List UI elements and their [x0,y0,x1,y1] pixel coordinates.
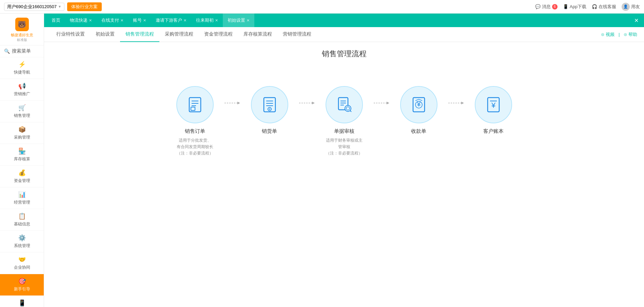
user-selector[interactable]: 用户690企业1660120507 ▼ [4,3,64,11]
experience-button[interactable]: 体验行业方案 [67,2,102,11]
sidebar-logo: 🐻 畅捷通好生意 标准版 [0,14,44,45]
sidebar-item-basic[interactable]: 📋 基础信息 [0,209,44,231]
flow-circle-customer-ledger: ¥ [475,86,512,123]
tab-industry[interactable]: 行业特性设置 [51,27,90,42]
inventory-icon: 🏪 [18,147,26,155]
message-badge: 6 [552,4,558,9]
tab-finance-flow-label: 资金管理流程 [204,31,233,37]
nav-close-icon[interactable]: ✕ [215,18,218,23]
user-label: 用户690企业1660120507 [7,4,57,10]
sidebar-item-finance[interactable]: 💰 资金管理 [0,166,44,187]
search-label: 搜索菜单 [12,48,31,54]
sidebar-item-sales[interactable]: 🛒 销售管理 [0,101,44,122]
nav-home-label: 首页 [52,17,60,23]
avatar: 👤 [622,3,630,11]
nav-payment-label: 在线支付 [101,17,119,23]
message-button[interactable]: 💬 消息 6 [535,4,558,10]
tab-industry-label: 行业特性设置 [56,31,85,37]
sidebar-item-app-center[interactable]: 📱 应用中心 [0,296,44,307]
service-button[interactable]: 🎧 在线客服 [592,4,616,10]
service-label: 在线客服 [599,4,616,10]
nav-close-icon[interactable]: ✕ [247,18,250,23]
nav-close-icon[interactable]: ✕ [183,18,187,23]
finance-icon: 💰 [18,169,26,177]
basic-icon: 📋 [18,212,26,220]
video-button[interactable]: ⊙ 视频 [601,32,614,38]
nav-item-init[interactable]: 初始设置 ✕ [223,14,254,27]
svg-marker-24 [387,102,389,104]
nav-global-close[interactable]: ✕ [631,17,641,24]
sidebar-item-label: 基础信息 [14,221,30,227]
nav-logistics-label: 物流快递 [70,17,87,23]
page-content: 销售管理流程 销售订单 适用于分批发货、有合同 [44,42,644,307]
sidebar-item-operations[interactable]: 📊 经营管理 [0,187,44,209]
flow-step-sales-invoice: 销货单 [242,86,297,137]
flow-label-receipt: 收款单 [411,128,426,135]
nav-item-account[interactable]: 账号 ✕ [128,14,151,27]
collab-icon: 🤝 [18,256,26,263]
nav-item-home[interactable]: 首页 [47,14,65,27]
tab-init-label: 初始设置 [96,31,115,37]
message-label: 消息 [542,4,551,10]
flow-label-sales-order: 销售订单 [185,128,205,135]
nav-close-icon[interactable]: ✕ [120,18,123,23]
svg-rect-4 [191,107,195,110]
main-layout: 🐻 畅捷通好生意 标准版 🔍 搜索菜单 ⚡ 快捷导航 📢 营销推广 🛒 销售管理… [0,14,644,307]
sidebar-item-label: 采购管理 [14,135,30,140]
sidebar-item-marketing[interactable]: 📢 营销推广 [0,79,44,101]
nav-item-invite[interactable]: 邀请下游客户 ✕ [151,14,191,27]
flow-desc-sales-order: 适用于分批发货、有合同发货周期较长（注：非必要流程） [177,137,213,157]
marketing-icon: 📢 [18,82,26,90]
sidebar-item-inventory[interactable]: 🏪 库存核算 [0,144,44,166]
tab-inventory-flow-label: 库存核算流程 [243,31,272,37]
tab-sales-flow[interactable]: 销售管理流程 [120,27,159,42]
flow-circle-audit [326,86,363,123]
tab-sales-flow-label: 销售管理流程 [125,31,154,37]
tab-purchase-flow-label: 采购管理流程 [165,31,193,37]
nav-close-icon[interactable]: ✕ [143,18,146,23]
tab-inventory-flow[interactable]: 库存核算流程 [238,27,277,42]
flow-step-sales-order: 销售订单 适用于分批发货、有合同发货周期较长（注：非必要流程） [168,86,222,157]
nav-account-label: 账号 [133,17,142,23]
sidebar-item-system[interactable]: ⚙️ 系统管理 [0,231,44,252]
sidebar-item-purchase[interactable]: 📦 采购管理 [0,122,44,144]
logo-sub: 标准版 [17,38,27,42]
flow-label-audit: 单据审核 [334,128,354,135]
flow-step-customer-ledger: ¥ 客户账本 [466,86,521,137]
service-icon: 🎧 [592,4,597,9]
svg-marker-15 [312,102,315,104]
flow-label-customer-ledger: 客户账本 [483,128,504,135]
sidebar-item-collab[interactable]: 🤝 企业协同 [0,252,44,274]
sidebar-item-label: 快捷导航 [14,69,30,75]
nav-item-period[interactable]: 往来期初 ✕ [191,14,223,27]
tab-init[interactable]: 初始设置 [90,27,120,42]
tab-finance-flow[interactable]: 资金管理流程 [199,27,238,42]
flow-label-sales-invoice: 销货单 [262,128,277,135]
logo-text: 畅捷通好生意 [11,33,33,38]
user-avatar-area[interactable]: 👤 用友 [622,3,640,11]
nav-close-icon[interactable]: ✕ [89,18,92,23]
nav-item-logistics[interactable]: 物流快递 ✕ [65,14,97,27]
nav-item-payment[interactable]: 在线支付 ✕ [97,14,128,27]
tab-marketing-flow[interactable]: 营销管理流程 [277,27,317,42]
sidebar-item-quick-nav[interactable]: ⚡ 快捷导航 [0,57,44,79]
sidebar-search[interactable]: 🔍 搜索菜单 [0,45,44,57]
sidebar-item-label: 新手引导 [14,286,30,292]
help-button[interactable]: ⊙ 帮助 [624,32,637,38]
sidebar-item-label: 经营管理 [14,200,30,205]
svg-text:¥: ¥ [491,101,495,109]
tabs-right-actions: ⊙ 视频 | ⊙ 帮助 [601,32,637,38]
tab-purchase-flow[interactable]: 采购管理流程 [159,27,199,42]
tabs-bar: 行业特性设置 初始设置 销售管理流程 采购管理流程 资金管理流程 库存核算流程 … [44,27,644,42]
svg-line-22 [350,110,351,112]
dropdown-arrow-icon: ▼ [58,5,61,8]
nav-invite-label: 邀请下游客户 [156,17,182,23]
app-label: App下载 [570,4,586,10]
sidebar-item-guide[interactable]: 🎯 新手引导 [0,274,44,296]
content-area: 首页 物流快递 ✕ 在线支付 ✕ 账号 ✕ 邀请下游客户 ✕ 往来期初 ✕ [44,14,644,307]
flow-circle-sales-invoice [251,86,288,123]
nav-init-label: 初始设置 [228,17,245,23]
flow-step-receipt: ¥ 收款单 [392,86,446,137]
sidebar-item-label: 企业协同 [14,265,30,270]
app-download-button[interactable]: 📱 App下载 [563,4,586,10]
